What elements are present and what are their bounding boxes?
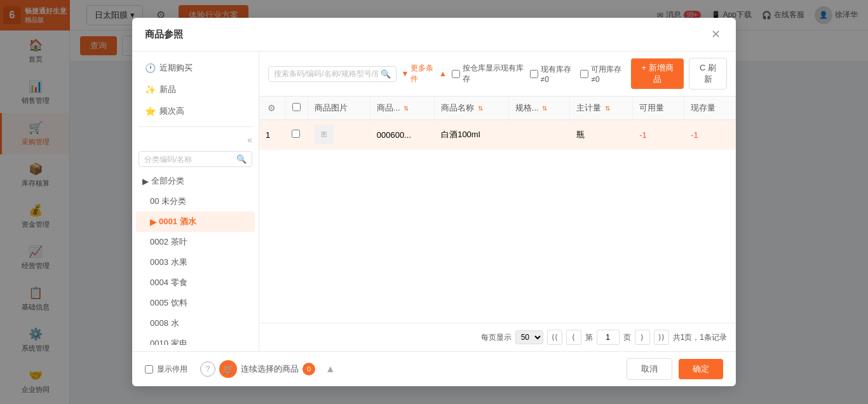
star-icon: ⭐ xyxy=(145,106,156,116)
checkbox-column-header xyxy=(285,97,308,120)
stock-nonzero-checkbox-label[interactable]: 现有库存≠0 xyxy=(530,64,576,84)
left-panel-divider xyxy=(139,126,252,127)
show-disabled-checkbox[interactable] xyxy=(145,365,153,374)
pagination: 每页显示 50 ⟨⟨ ⟨ 第 页 ⟩ ⟩⟩ 共1页，1条记录 xyxy=(259,323,736,351)
page-size-select[interactable]: 50 xyxy=(515,330,543,344)
product-table-body: 1 图 000600... 白酒100ml 瓶 xyxy=(259,120,736,150)
modal-overlay[interactable]: 商品参照 ✕ 🕐 近期购买 ✨ 新品 ⭐ 频次高 xyxy=(0,0,868,404)
left-panel-collapse: « xyxy=(132,132,259,147)
product-stock-column-header: 现存量 xyxy=(684,97,736,120)
product-code-cell: 000600... xyxy=(370,120,434,150)
sort-icon-spec: ⇅ xyxy=(542,105,547,112)
product-table: ⚙ 商品图片 商品... ⇅ xyxy=(259,97,736,150)
modal-title: 商品参照 xyxy=(145,29,183,41)
clock-icon: 🕐 xyxy=(145,63,156,73)
available-nonzero-checkbox[interactable] xyxy=(580,70,588,78)
active-arrow-icon: ▶ xyxy=(150,217,156,227)
category-item-all[interactable]: ▶ 全部分类 xyxy=(136,171,255,191)
tab-recent-purchase[interactable]: 🕐 近期购买 xyxy=(139,58,252,78)
footer-right: 取消 确定 xyxy=(627,358,723,380)
left-panel: 🕐 近期购买 ✨ 新品 ⭐ 频次高 « xyxy=(132,51,259,351)
row-checkbox-cell xyxy=(285,120,308,150)
product-image-cell: 图 xyxy=(308,120,370,150)
sort-icon-name: ⇅ xyxy=(478,105,483,112)
category-item-0004[interactable]: 0004 零食 xyxy=(136,273,255,293)
category-item-0005[interactable]: 0005 饮料 xyxy=(136,293,255,313)
product-search-icon[interactable]: 🔍 xyxy=(381,69,391,79)
category-item-0008[interactable]: 0008 水 xyxy=(136,313,255,333)
product-name-column-header[interactable]: 商品名称 ⇅ xyxy=(435,97,509,120)
right-toolbar: 🔍 ▼ 更多条件 ▲ 按仓库显示现有库存 现有库存≠0 xyxy=(259,51,736,97)
product-search-input[interactable] xyxy=(274,69,378,78)
sort-icon-unit: ⇅ xyxy=(605,105,610,112)
left-tabs: 🕐 近期购买 ✨ 新品 ⭐ 频次高 xyxy=(132,58,259,121)
cart-icon: 🛒 xyxy=(219,360,237,378)
product-unit-column-header[interactable]: 主计量 ⇅ xyxy=(570,97,633,120)
product-spec-column-header[interactable]: 规格... ⇅ xyxy=(508,97,569,120)
new-icon: ✨ xyxy=(145,84,156,95)
category-item-0002[interactable]: 0002 茶叶 xyxy=(136,232,255,252)
warehouse-checkbox[interactable] xyxy=(452,70,460,78)
select-all-checkbox[interactable] xyxy=(292,103,301,111)
product-stock-cell: -1 xyxy=(684,120,736,150)
row-index: 1 xyxy=(259,120,285,150)
collapse-button[interactable]: « xyxy=(247,135,252,145)
help-button[interactable]: ? xyxy=(200,361,215,377)
product-code-column-header[interactable]: 商品... ⇅ xyxy=(370,97,434,120)
category-item-00[interactable]: 00 未分类 xyxy=(136,191,255,212)
tab-new-products[interactable]: ✨ 新品 xyxy=(139,79,252,100)
warehouse-checkbox-label[interactable]: 按仓库显示现有库存 xyxy=(452,63,525,84)
filter-icon: ▼ xyxy=(402,69,409,78)
confirm-button[interactable]: 确定 xyxy=(679,359,723,379)
product-available-column-header: 可用量 xyxy=(633,97,684,120)
modal-footer: 显示停用 ? 🛒 连续选择的商品 0 ▲ 取消 确定 xyxy=(132,351,736,386)
right-toolbar-right: + 新增商品 C 刷新 xyxy=(631,58,727,90)
category-item-0010[interactable]: 0010 家电 xyxy=(136,333,255,345)
product-image-column-header: 商品图片 xyxy=(308,97,370,120)
prev-page-button[interactable]: ⟨ xyxy=(566,330,581,345)
sort-icon: ⇅ xyxy=(403,105,409,112)
category-search-icon[interactable]: 🔍 xyxy=(236,154,247,164)
product-reference-modal: 商品参照 ✕ 🕐 近期购买 ✨ 新品 ⭐ 频次高 xyxy=(132,18,736,386)
category-search-box: 🔍 xyxy=(139,151,252,167)
available-nonzero-checkbox-label[interactable]: 可用库存≠0 xyxy=(580,64,626,84)
category-list: ▶ 全部分类 00 未分类 ▶ 0001 酒水 0002 茶叶 0003 水果 xyxy=(132,171,259,345)
table-settings-icon[interactable]: ⚙ xyxy=(268,103,276,113)
next-page-button[interactable]: ⟩ xyxy=(635,330,650,345)
cart-count-badge: 0 xyxy=(302,363,315,375)
cancel-button[interactable]: 取消 xyxy=(627,358,672,380)
product-name-cell: 白酒100ml xyxy=(435,120,509,150)
category-search-input[interactable] xyxy=(144,155,234,164)
footer-left: 显示停用 xyxy=(145,364,187,375)
modal-body: 🕐 近期购买 ✨ 新品 ⭐ 频次高 « xyxy=(132,51,736,351)
modal-close-button[interactable]: ✕ xyxy=(708,27,723,42)
chevron-up-icon: ▲ xyxy=(439,69,447,78)
table-row[interactable]: 1 图 000600... 白酒100ml 瓶 xyxy=(259,120,736,150)
collapse-footer-icon[interactable]: ▲ xyxy=(325,363,336,375)
tab-frequent[interactable]: ⭐ 频次高 xyxy=(139,101,252,121)
last-page-button[interactable]: ⟩⟩ xyxy=(654,330,669,345)
page-number-input[interactable] xyxy=(597,330,620,345)
arrow-icon: ▶ xyxy=(142,177,149,186)
category-item-0003[interactable]: 0003 水果 xyxy=(136,252,255,273)
product-table-container: ⚙ 商品图片 商品... ⇅ xyxy=(259,97,736,323)
modal-header: 商品参照 ✕ xyxy=(132,18,736,51)
first-page-button[interactable]: ⟨⟨ xyxy=(547,330,562,345)
stock-nonzero-checkbox[interactable] xyxy=(530,70,538,78)
right-panel: 🔍 ▼ 更多条件 ▲ 按仓库显示现有库存 现有库存≠0 xyxy=(259,51,736,351)
product-spec-cell xyxy=(508,120,569,150)
footer-cart[interactable]: ? 🛒 连续选择的商品 0 ▲ xyxy=(200,360,336,378)
product-thumbnail: 图 xyxy=(315,125,334,144)
filter-button[interactable]: ▼ 更多条件 ▲ xyxy=(402,63,447,84)
settings-column-header: ⚙ xyxy=(259,97,285,120)
product-search-box: 🔍 xyxy=(268,66,397,82)
row-checkbox[interactable] xyxy=(292,130,300,138)
refresh-button[interactable]: C 刷新 xyxy=(689,58,727,90)
product-available-cell: -1 xyxy=(633,120,684,150)
table-header-row: ⚙ 商品图片 商品... ⇅ xyxy=(259,97,736,120)
product-unit-cell: 瓶 xyxy=(570,120,633,150)
category-item-0001[interactable]: ▶ 0001 酒水 xyxy=(136,212,255,232)
add-product-button[interactable]: + 新增商品 xyxy=(631,58,684,89)
